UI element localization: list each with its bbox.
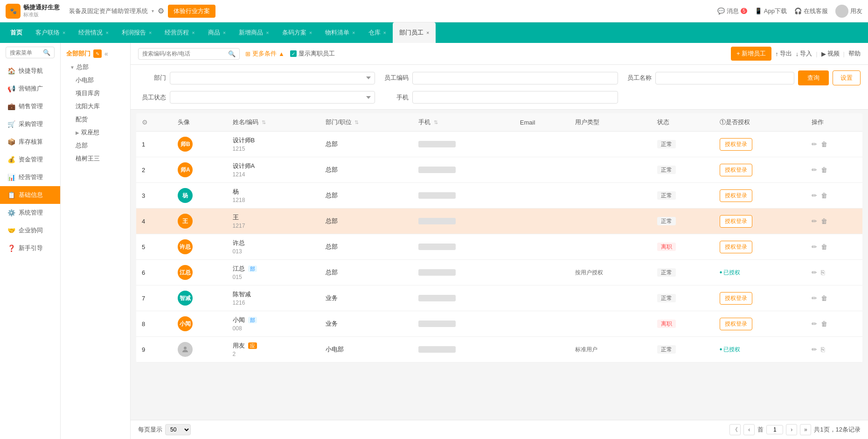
edit-icon[interactable]: ✏ bbox=[812, 269, 817, 276]
dept-all-label[interactable]: 全部部门 bbox=[66, 49, 90, 58]
emp-status-select[interactable] bbox=[170, 91, 375, 104]
sort-icon[interactable]: ⇅ bbox=[434, 119, 438, 125]
app-download-item[interactable]: 📱 App下载 bbox=[755, 7, 787, 15]
sidebar-item-guide[interactable]: ❓ 新手引导 bbox=[0, 239, 60, 257]
column-settings-icon[interactable]: ⚙ bbox=[142, 118, 148, 126]
edit-icon[interactable]: ✏ bbox=[812, 294, 817, 302]
sidebar-item-sales[interactable]: 💼 销售管理 bbox=[0, 98, 60, 115]
sidebar-item-basic-info[interactable]: 📋 基础信息 bbox=[0, 186, 60, 204]
tab-customer[interactable]: 客户联络 × bbox=[29, 22, 72, 43]
page-size-select[interactable]: 50 100 200 bbox=[165, 424, 191, 435]
online-service-item[interactable]: 🎧 在线客服 bbox=[794, 7, 828, 15]
close-icon[interactable]: × bbox=[62, 30, 65, 35]
close-icon[interactable]: × bbox=[192, 30, 194, 35]
sidebar-search-input[interactable] bbox=[10, 49, 41, 56]
delete-icon[interactable]: 🗑 bbox=[821, 320, 827, 328]
more-filter-btn[interactable]: ⊞ 更多条件 ▲ bbox=[245, 49, 285, 58]
edit-icon[interactable]: ✏ bbox=[812, 243, 817, 251]
close-icon[interactable]: × bbox=[266, 30, 269, 35]
close-icon[interactable]: × bbox=[149, 30, 152, 35]
sidebar-item-marketing[interactable]: 📢 营销推广 bbox=[0, 80, 60, 98]
delete-icon[interactable]: 🗑 bbox=[821, 243, 827, 251]
copy-icon[interactable]: ⎘ bbox=[821, 269, 825, 276]
page-input[interactable] bbox=[766, 425, 783, 434]
emp-name-input[interactable] bbox=[655, 72, 794, 84]
auth-button[interactable]: 授权登录 bbox=[720, 292, 752, 305]
tab-operation[interactable]: 经营情况 × bbox=[72, 22, 115, 43]
sidebar-item-inventory[interactable]: 📦 库存核算 bbox=[0, 133, 60, 151]
message-item[interactable]: 💬 消息 5 bbox=[717, 7, 747, 15]
close-icon[interactable]: × bbox=[352, 30, 355, 35]
sidebar-item-cooperation[interactable]: 🤝 企业协同 bbox=[0, 222, 60, 239]
close-icon[interactable]: × bbox=[383, 30, 386, 35]
sidebar-item-purchase[interactable]: 🛒 采购管理 bbox=[0, 115, 60, 133]
close-icon[interactable]: × bbox=[105, 30, 108, 35]
tab-goods[interactable]: 商品 × bbox=[201, 22, 232, 43]
settings-icon[interactable]: ⚙ bbox=[158, 7, 164, 15]
close-icon[interactable]: × bbox=[309, 30, 312, 35]
dept-node-project-storage[interactable]: 项目库房 bbox=[61, 87, 130, 100]
auth-button[interactable]: 授权登录 bbox=[720, 318, 752, 330]
tab-home[interactable]: 首页 bbox=[4, 22, 29, 43]
dept-node-shenyang[interactable]: 沈阳大库 bbox=[61, 100, 130, 113]
sidebar-item-quick-nav[interactable]: 🏠 快捷导航 bbox=[0, 62, 60, 80]
delete-icon[interactable]: 🗑 bbox=[821, 192, 827, 199]
next-page-btn[interactable]: › bbox=[786, 424, 797, 435]
chevron-down-icon[interactable]: ▾ bbox=[152, 8, 154, 14]
edit-icon[interactable]: ✏ bbox=[812, 320, 817, 328]
last-page-btn[interactable]: » bbox=[800, 424, 811, 435]
auth-button[interactable]: 授权登录 bbox=[720, 164, 752, 176]
tab-dept-staff[interactable]: 部门员工 × bbox=[393, 22, 436, 43]
auth-button[interactable]: 授权登录 bbox=[720, 138, 752, 151]
reset-button[interactable]: 设置 bbox=[833, 70, 861, 85]
tab-barcode[interactable]: 条码方案 × bbox=[276, 22, 319, 43]
dept-collapse-icon[interactable]: « bbox=[104, 50, 108, 57]
tab-profit[interactable]: 利润报告 × bbox=[115, 22, 158, 43]
delete-icon[interactable]: 🗑 bbox=[821, 217, 827, 225]
auth-button[interactable]: 授权登录 bbox=[720, 241, 752, 253]
help-btn[interactable]: 帮助 bbox=[848, 49, 861, 58]
dept-node-plant[interactable]: 植树王三 bbox=[61, 152, 130, 165]
delete-icon[interactable]: 🗑 bbox=[821, 166, 827, 174]
dept-node-xiao-electric[interactable]: 小电部 bbox=[61, 74, 130, 87]
dept-node-shuang[interactable]: ▶ 双座想 bbox=[61, 126, 130, 139]
dept-node-hq[interactable]: 总部 bbox=[61, 139, 130, 152]
sidebar-item-capital[interactable]: 💰 资金管理 bbox=[0, 151, 60, 168]
sidebar-search-wrap[interactable]: 🔍 bbox=[6, 47, 55, 58]
import-btn[interactable]: ↓ 导入 bbox=[796, 49, 812, 58]
tab-bom[interactable]: 物料清单 × bbox=[319, 22, 361, 43]
close-icon[interactable]: × bbox=[426, 30, 429, 35]
tab-new-goods[interactable]: 新增商品 × bbox=[232, 22, 275, 43]
auth-button[interactable]: 授权登录 bbox=[720, 189, 752, 202]
dept-edit-icon[interactable]: ✎ bbox=[93, 49, 102, 58]
sidebar-item-system[interactable]: ⚙️ 系统管理 bbox=[0, 204, 60, 222]
show-resigned-checkbox[interactable]: ✓ bbox=[290, 50, 297, 57]
auth-button[interactable]: 授权登录 bbox=[720, 215, 752, 228]
video-btn[interactable]: ▶ 视频 bbox=[821, 49, 840, 58]
phone-input[interactable] bbox=[412, 91, 618, 104]
sort-icon[interactable]: ⇅ bbox=[262, 119, 266, 125]
dept-node-general[interactable]: ▼ 总部 bbox=[61, 61, 130, 74]
trial-button[interactable]: 体验行业方案 bbox=[168, 5, 215, 18]
delete-icon[interactable]: 🗑 bbox=[821, 294, 827, 302]
copy-icon[interactable]: ⎘ bbox=[821, 346, 825, 353]
tab-history[interactable]: 经营历程 × bbox=[158, 22, 201, 43]
dept-select[interactable] bbox=[170, 72, 375, 84]
show-resigned-wrap[interactable]: ✓ 显示离职员工 bbox=[290, 49, 335, 58]
first-page-btn[interactable]: 《 bbox=[729, 424, 741, 435]
search-input[interactable] bbox=[142, 50, 226, 57]
sort-icon[interactable]: ⇅ bbox=[354, 119, 359, 125]
edit-icon[interactable]: ✏ bbox=[812, 217, 817, 225]
emp-code-input[interactable] bbox=[412, 72, 618, 84]
edit-icon[interactable]: ✏ bbox=[812, 346, 817, 353]
edit-icon[interactable]: ✏ bbox=[812, 140, 817, 148]
tab-warehouse[interactable]: 仓库 × bbox=[362, 22, 393, 43]
export-btn[interactable]: ↑ 导出 bbox=[775, 49, 792, 58]
close-icon[interactable]: × bbox=[223, 30, 226, 35]
edit-icon[interactable]: ✏ bbox=[812, 192, 817, 199]
prev-page-btn[interactable]: ‹ bbox=[743, 424, 755, 435]
search-button[interactable]: 查询 bbox=[798, 70, 829, 85]
dept-node-distribution[interactable]: 配货 bbox=[61, 113, 130, 126]
add-employee-button[interactable]: + 新增员工 bbox=[731, 47, 771, 61]
delete-icon[interactable]: 🗑 bbox=[821, 140, 827, 148]
